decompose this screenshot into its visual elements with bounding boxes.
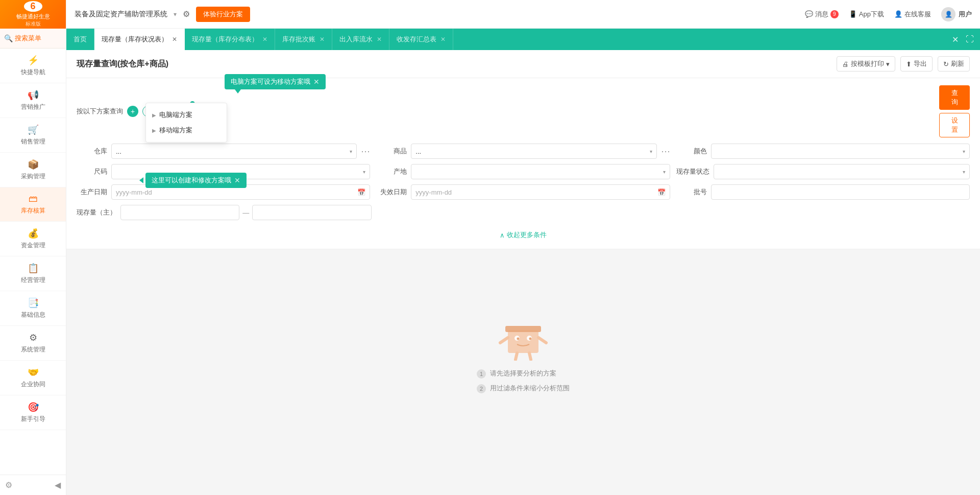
svg-point-5 [529,338,532,340]
empty-illustration: 1 请先选择要分析的方案 2 用过滤条件来缩小分析范围 [477,310,570,393]
export-button[interactable]: ⬆ 导出 [900,56,933,72]
marketing-label: 营销推广 [21,103,45,111]
finance-icon: 💰 [28,228,39,239]
produce-date-icon[interactable]: 📅 [357,188,365,196]
pc-expand-icon: ▶ [152,112,156,118]
filter-field-stock-qty: 现存量（主） — [77,205,372,220]
export-label: 导出 [914,59,927,68]
footer-collapse-btn[interactable]: ◀ [55,480,61,490]
refresh-button[interactable]: ↻ 刷新 [938,56,970,72]
filter-field-origin: 产地 ▾ [376,164,670,179]
sidebar-item-finance[interactable]: 💰 资金管理 [0,222,66,256]
stock-status-arrow: ▾ [963,169,965,175]
goods-more-icon[interactable]: ⋯ [661,146,670,157]
pc-scenario-label: 电脑端方案 [159,110,192,120]
batch-label: 批号 [676,187,707,197]
tabs-expand-btn[interactable]: ⛶ [964,35,976,44]
collapse-conditions-btn[interactable]: ∧ 收起更多条件 [77,225,970,242]
main-area: 装备及固定资产辅助管理系统 ▾ ⚙ 体验行业方案 💬 消息 9 📱 App下载 … [66,0,980,495]
color-label: 颜色 [676,147,707,156]
search-icon: 🔍 [4,34,13,42]
app-header: 装备及固定资产辅助管理系统 ▾ ⚙ 体验行业方案 💬 消息 9 📱 App下载 … [66,0,980,29]
scenario-pc-item[interactable]: ▶ 电脑端方案 [146,107,227,123]
system-label: 系统管理 [21,345,45,354]
tab-inventory-status[interactable]: 现存量（库存状况表） ✕ [94,29,185,50]
tooltip1-close-btn[interactable]: ✕ [313,78,320,86]
size-label: 尺码 [77,167,107,176]
main-body: 1 请先选择要分析的方案 2 用过滤条件来缩小分析范围 [66,249,980,454]
sidebar-item-operations[interactable]: 📋 经营管理 [0,256,66,291]
tabs-close-all-btn[interactable]: ✕ [950,35,961,44]
filter-label: 按以下方案查询 [77,107,123,116]
produce-date-label: 生产日期 [77,187,107,197]
search-actions: 查询 设置 [939,85,970,137]
filter-add-button[interactable]: + [127,106,138,117]
tab-home[interactable]: 首页 [66,29,94,50]
svg-point-4 [517,338,520,340]
tab-batch-account[interactable]: 库存批次账 ✕ [275,29,332,50]
online-support-btn[interactable]: 👤 在线客服 [894,10,931,19]
sidebar-item-system[interactable]: ⚙ 系统管理 [0,326,66,361]
tab-collect-summary[interactable]: 收发存汇总表 ✕ [389,29,453,50]
goods-select[interactable]: ... ▾ [411,144,656,159]
origin-select[interactable]: ▾ [411,164,670,179]
tooltip2-close-btn[interactable]: ✕ [234,176,240,184]
user-menu[interactable]: 👤 用户 [941,7,972,21]
expire-date-input[interactable]: yyyy-mm-dd 📅 [411,184,670,200]
quick-nav-label: 快捷导航 [21,68,45,77]
tab-inventory-status-close[interactable]: ✕ [172,36,177,43]
sidebar-item-marketing[interactable]: 📢 营销推广 [0,83,66,118]
filter-section: 按以下方案查询 + ↺ ← 电脑方案可设为移动方案哦 ✕ 查询 设置 [66,78,980,249]
system-chevron-icon[interactable]: ▾ [174,11,177,18]
expire-date-label: 失效日期 [376,187,407,197]
warehouse-select[interactable]: ... ▾ [111,144,357,159]
scenario-mobile-item[interactable]: ▶ 移动端方案 [146,123,227,138]
stock-status-select[interactable]: ▾ [714,164,970,179]
message-btn[interactable]: 💬 消息 9 [805,10,839,19]
search-button[interactable]: 查询 [939,85,970,110]
message-icon: 💬 [805,10,813,18]
print-button[interactable]: 🖨 按模板打印 ▾ [837,56,895,72]
plan-button[interactable]: 体验行业方案 [196,7,250,22]
sales-label: 销售管理 [21,137,45,146]
sidebar-item-quick-nav[interactable]: ⚡ 快捷导航 [0,49,66,83]
inventory-label: 库存核算 [21,206,45,215]
svg-rect-1 [505,326,541,332]
stock-qty-min-input[interactable] [120,205,239,220]
batch-input[interactable] [711,184,970,200]
svg-line-8 [516,353,517,360]
tip2-text: 用过滤条件来缩小分析范围 [490,384,570,393]
sidebar-search[interactable]: 🔍 搜索菜单 [0,29,66,49]
sidebar-item-purchase[interactable]: 📦 采购管理 [0,153,66,187]
header-left: 装备及固定资产辅助管理系统 ▾ ⚙ 体验行业方案 [75,7,250,22]
warehouse-more-icon[interactable]: ⋯ [361,146,370,157]
empty-tip-2: 2 用过滤条件来缩小分析范围 [477,384,570,393]
header-settings-icon[interactable]: ⚙ [183,9,190,19]
sidebar-item-guide[interactable]: 🎯 新手引导 [0,395,66,430]
marketing-icon: 📢 [28,89,39,101]
tab-collect-summary-close[interactable]: ✕ [440,36,446,43]
filter-field-stock-status: 现存量状态 ▾ [676,164,970,179]
sidebar-item-sales[interactable]: 🛒 销售管理 [0,118,66,153]
tab-inout-flow-close[interactable]: ✕ [377,36,382,43]
scenario-tree-dropdown: ▶ 电脑端方案 ▶ 移动端方案 [145,103,227,143]
tab-batch-account-close[interactable]: ✕ [320,36,325,43]
expire-date-icon[interactable]: 📅 [657,188,666,196]
sidebar-item-collab[interactable]: 🤝 企业协同 [0,361,66,395]
filter-field-batch: 批号 [676,184,970,200]
tab-inventory-status-label: 现存量（库存状况表） [102,35,168,44]
tab-inventory-dist[interactable]: 现存量（库存分布表） ✕ [185,29,275,50]
reset-button[interactable]: 设置 [939,113,970,137]
sidebar-item-inventory[interactable]: 🗃 库存核算 [0,187,66,222]
empty-tip-1: 1 请先选择要分析的方案 [477,369,570,379]
tab-inventory-dist-close[interactable]: ✕ [262,36,267,43]
stock-qty-max-input[interactable] [252,205,371,220]
tab-inout-flow[interactable]: 出入库流水 ✕ [332,29,389,50]
app-download-btn[interactable]: 📱 App下载 [849,10,884,19]
footer-settings-btn[interactable]: ⚙ [5,480,12,490]
user-name: 用户 [959,10,972,19]
tip2-num: 2 [477,384,486,393]
stock-qty-label: 现存量（主） [77,208,116,217]
color-select[interactable]: ▾ [711,144,970,159]
sidebar-item-basic[interactable]: 📑 基础信息 [0,291,66,326]
